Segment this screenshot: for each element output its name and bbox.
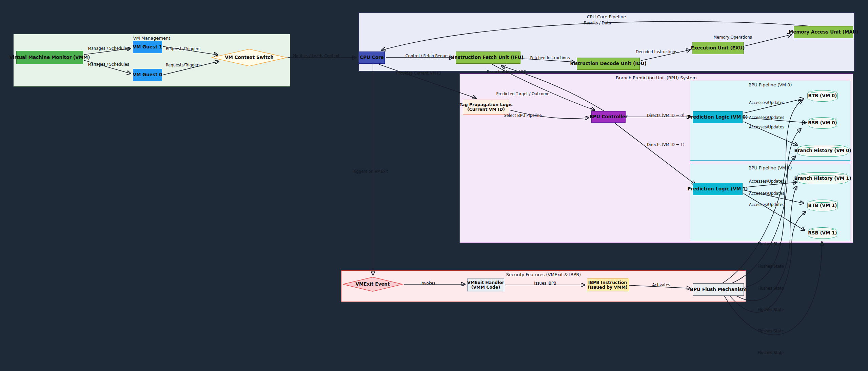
node-ifu: Instruction Fetch Unit (IFU) bbox=[456, 51, 520, 64]
node-bpu-flush-mechanism: BPU Flush Mechanism bbox=[693, 283, 744, 296]
node-exu: Execution Unit (EXU) bbox=[692, 42, 744, 54]
edge-label: Flushes State bbox=[757, 329, 784, 333]
edge-label: Decoded Instructions bbox=[636, 49, 677, 54]
node-idu-label: Instruction Decode Unit (IDU) bbox=[570, 61, 646, 66]
edge-label: Invokes bbox=[420, 281, 435, 286]
edge-label: Triggers on VMExit bbox=[352, 169, 388, 174]
edge-cpucore-tagprop bbox=[379, 64, 476, 98]
edge-label: Provides Current VM ID bbox=[396, 71, 441, 76]
node-tag-propagation-line1: Tag Propagation Logic bbox=[459, 102, 513, 107]
edge-label: Flushes State bbox=[757, 264, 784, 269]
edge-label: Notifies / Loads Context bbox=[293, 54, 339, 58]
node-btb-vm1: BTB (VM 1) bbox=[807, 200, 838, 211]
node-mau: Memory Access Unit (MAU) bbox=[794, 26, 853, 38]
edge-label: Activates bbox=[652, 283, 670, 287]
node-bpu-flush-mechanism-label: BPU Flush Mechanism bbox=[690, 287, 747, 292]
node-tag-propagation: Tag Propagation Logic (Current VM ID) bbox=[463, 100, 509, 115]
node-vmexit-event: VMExit Event bbox=[342, 277, 403, 292]
node-vmexit-handler: VMExit Handler (VMM Code) bbox=[467, 279, 504, 291]
node-bpu-controller: BPU Controller bbox=[591, 111, 626, 123]
edge-label: Flushes State bbox=[757, 286, 784, 291]
node-ibpb-instruction-line1: IBPB Instruction bbox=[588, 280, 627, 285]
edge-label: Accesses/Updates bbox=[749, 100, 784, 105]
node-tag-propagation-line2: (Current VM ID) bbox=[467, 107, 505, 112]
edge-label: Flushes State bbox=[757, 242, 784, 246]
node-vm-guest-1-label: VM Guest 1 bbox=[133, 44, 162, 50]
edge-label: Fetched Instructions bbox=[530, 56, 570, 60]
node-cpu-core: CPU Core bbox=[359, 51, 385, 64]
node-rsb-vm0-label: RSB (VM 0) bbox=[808, 120, 837, 126]
node-branch-history-vm1-label: Branch History (VM 1) bbox=[794, 176, 851, 181]
node-ibpb-instruction-line2: (Issued by VMM) bbox=[588, 285, 628, 290]
node-vm-guest-0: VM Guest 0 bbox=[133, 69, 162, 81]
edge-label: Directs (VM ID = 0) bbox=[647, 113, 684, 118]
node-vmexit-handler-line1: VMExit Handler bbox=[467, 280, 504, 285]
node-btb-vm0-label: BTB (VM 0) bbox=[808, 93, 837, 99]
cylinder-rim bbox=[797, 173, 848, 176]
edge-label: Flushes State bbox=[757, 307, 784, 312]
node-branch-history-vm0-label: Branch History (VM 0) bbox=[794, 148, 851, 153]
node-vmexit-event-label: VMExit Event bbox=[356, 282, 390, 287]
node-vm-context-switch-label: VM Context Switch bbox=[225, 55, 274, 60]
node-idu: Instruction Decode Unit (IDU) bbox=[577, 58, 640, 70]
node-vm-context-switch: VM Context Switch bbox=[211, 49, 288, 66]
node-bpu-controller-label: BPU Controller bbox=[589, 114, 627, 120]
node-btb-vm1-label: BTB (VM 1) bbox=[808, 203, 837, 208]
edge-label: Accesses/Updates bbox=[749, 202, 784, 207]
node-vmm-label: Virtual Machine Monitor (VMM) bbox=[9, 55, 90, 60]
node-branch-history-vm1: Branch History (VM 1) bbox=[797, 172, 848, 184]
node-prediction-logic-vm0: Prediction Logic (VM 0) bbox=[693, 111, 743, 123]
edge-label: Manages / Schedules bbox=[88, 62, 129, 67]
node-branch-history-vm0: Branch History (VM 0) bbox=[797, 145, 848, 157]
node-vm-guest-0-label: VM Guest 0 bbox=[133, 72, 162, 78]
node-rsb-vm0: RSB (VM 0) bbox=[808, 117, 837, 129]
edge-label: Accesses/Updates bbox=[749, 179, 784, 184]
node-mau-label: Memory Access Unit (MAU) bbox=[789, 29, 859, 35]
edge-label: Control / Fetch Request bbox=[406, 54, 451, 58]
node-vmm: Virtual Machine Monitor (VMM) bbox=[16, 51, 83, 64]
edge-label: Issues IBPB bbox=[534, 281, 556, 286]
node-btb-vm0: BTB (VM 0) bbox=[807, 90, 838, 102]
edge-label: Results / Data bbox=[584, 21, 611, 25]
cylinder-rim bbox=[808, 200, 837, 203]
diagram-canvas: VM Management CPU Core Pipeline Branch P… bbox=[0, 0, 868, 371]
edge-label: Branch Address / PC bbox=[487, 69, 526, 74]
node-rsb-vm1-label: RSB (VM 1) bbox=[808, 230, 837, 236]
edge-bpucontroller-plvm1 bbox=[615, 123, 695, 184]
node-cpu-core-label: CPU Core bbox=[360, 55, 383, 60]
edge-label: Manages / Schedules bbox=[88, 46, 129, 51]
edge-label: Accesses/Updates bbox=[749, 115, 784, 120]
edge-label: Requests/Triggers bbox=[166, 63, 200, 67]
node-prediction-logic-vm1-label: Prediction Logic (VM 1) bbox=[688, 186, 748, 192]
edge-label: Predicted Target / Outcome bbox=[496, 91, 550, 96]
node-prediction-logic-vm0-label: Prediction Logic (VM 0) bbox=[688, 115, 748, 120]
edge-label: Flushes State bbox=[757, 350, 784, 355]
edge-label: Accesses/Updates bbox=[749, 191, 784, 196]
node-rsb-vm1: RSB (VM 1) bbox=[808, 227, 837, 239]
node-exu-label: Execution Unit (EXU) bbox=[691, 45, 745, 51]
node-ibpb-instruction: IBPB Instruction (Issued by VMM) bbox=[587, 279, 628, 291]
edge-label: Accesses/Updates bbox=[749, 125, 784, 129]
edge-label: Requests/Triggers bbox=[166, 46, 200, 51]
node-prediction-logic-vm1: Prediction Logic (VM 1) bbox=[693, 183, 743, 195]
edge-label: Memory Operations bbox=[713, 35, 752, 40]
edge-label: Directs (VM ID = 1) bbox=[647, 142, 684, 147]
edge-label: Select BPU Pipeline bbox=[504, 113, 541, 118]
node-vmexit-handler-line2: (VMM Code) bbox=[471, 285, 500, 290]
node-vm-guest-1: VM Guest 1 bbox=[133, 41, 162, 53]
node-ifu-label: Instruction Fetch Unit (IFU) bbox=[453, 55, 524, 60]
